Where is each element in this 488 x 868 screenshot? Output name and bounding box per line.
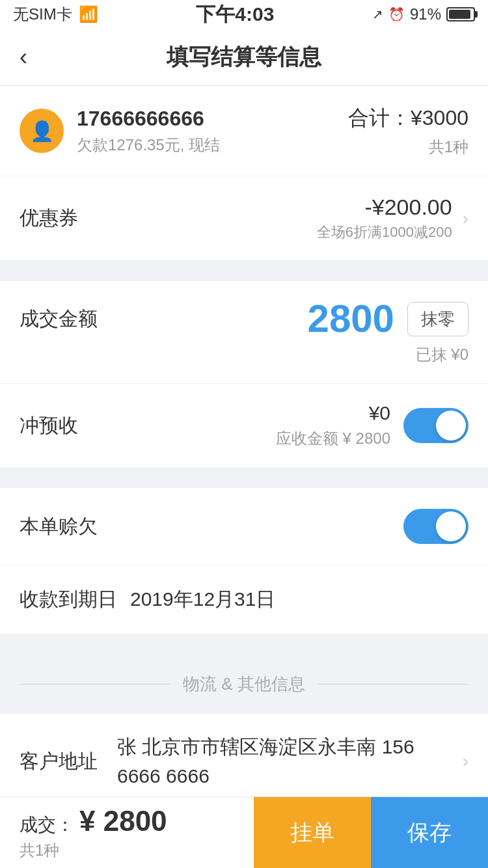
divider-2 bbox=[0, 478, 488, 488]
debit-row: 本单赊欠 bbox=[0, 488, 488, 565]
alarm-icon: ⏰ bbox=[388, 7, 405, 22]
bottom-bar: 成交： ¥ 2800 共1种 挂单 保存 bbox=[0, 796, 488, 868]
address-label: 客户地址 bbox=[20, 748, 98, 775]
coupon-row[interactable]: 优惠券 -¥200.00 全场6折满1000减200 › bbox=[0, 176, 488, 260]
status-time: 下午4:03 bbox=[196, 1, 274, 28]
status-left: 无SIM卡 📶 bbox=[13, 4, 98, 25]
prepay-row: 冲预收 ¥0 应收金额 ¥ 2800 bbox=[0, 383, 488, 467]
bottom-total-amount: ¥ 2800 bbox=[79, 805, 167, 837]
coupon-discount: -¥200.00 bbox=[78, 195, 452, 220]
customer-sub-text: 欠款1276.35元, 现结 bbox=[77, 135, 348, 156]
debit-toggle-knob bbox=[436, 511, 466, 541]
bottom-total-label: 成交： bbox=[20, 813, 74, 837]
nav-bar: ‹ 填写结算等信息 bbox=[0, 29, 488, 86]
address-chevron: › bbox=[463, 751, 468, 772]
hang-button[interactable]: 挂单 bbox=[254, 797, 371, 869]
coupon-chevron: › bbox=[463, 208, 468, 229]
total-label: 合计： bbox=[348, 106, 411, 129]
round-button[interactable]: 抹零 bbox=[407, 302, 468, 336]
prepay-toggle[interactable] bbox=[403, 408, 468, 443]
due-date-value: 2019年12月31日 bbox=[130, 586, 275, 613]
battery-percent: 91% bbox=[410, 5, 441, 23]
total-value: ¥3000 bbox=[411, 106, 468, 129]
bottom-summary: 成交： ¥ 2800 共1种 bbox=[0, 805, 254, 861]
status-bar: 无SIM卡 📶 下午4:03 ↗ ⏰ 91% bbox=[0, 0, 488, 29]
customer-row: 👤 17666666666 欠款1276.35元, 现结 合计：¥3000 共1… bbox=[0, 86, 488, 176]
due-date-label: 收款到期日 bbox=[20, 586, 117, 613]
logistics-line-left bbox=[20, 684, 170, 685]
amount-value: 2800 bbox=[308, 299, 394, 338]
debit-label: 本单赊欠 bbox=[20, 513, 98, 540]
total-amount: 合计：¥3000 bbox=[348, 104, 468, 133]
back-button[interactable]: ‹ bbox=[20, 44, 27, 71]
amount-label: 成交金额 bbox=[20, 306, 98, 332]
avatar: 👤 bbox=[20, 109, 64, 153]
bottom-count: 共1种 bbox=[20, 840, 234, 861]
due-date-row: 收款到期日 2019年12月31日 bbox=[0, 565, 488, 634]
total-count: 共1种 bbox=[348, 137, 468, 157]
coupon-desc: 全场6折满1000减200 bbox=[78, 223, 452, 242]
amount-sub-text: 已抹 ¥0 bbox=[416, 346, 468, 363]
page-title: 填写结算等信息 bbox=[167, 42, 321, 72]
battery-icon bbox=[446, 7, 475, 21]
prepay-label: 冲预收 bbox=[20, 413, 78, 439]
customer-info: 17666666666 欠款1276.35元, 现结 bbox=[77, 107, 348, 156]
location-icon: ↗ bbox=[372, 7, 383, 22]
logistics-label: 物流 & 其他信息 bbox=[183, 673, 305, 696]
carrier-text: 无SIM卡 bbox=[13, 4, 72, 25]
main-content: 👤 17666666666 欠款1276.35元, 现结 合计：¥3000 共1… bbox=[0, 86, 488, 868]
prepay-value: ¥0 bbox=[276, 402, 390, 424]
prepay-value-block: ¥0 应收金额 ¥ 2800 bbox=[276, 402, 390, 449]
amount-value-row: 2800 抹零 bbox=[308, 299, 468, 338]
address-row[interactable]: 客户地址 张 北京市市辖区海淀区永丰南 156 6666 6666 › bbox=[0, 714, 488, 809]
customer-total: 合计：¥3000 共1种 bbox=[348, 104, 468, 157]
logistics-line-right bbox=[318, 684, 468, 685]
bottom-total-row: 成交： ¥ 2800 bbox=[20, 805, 234, 837]
divider-3 bbox=[0, 644, 488, 655]
wifi-icon: 📶 bbox=[79, 5, 98, 23]
save-button[interactable]: 保存 bbox=[371, 797, 488, 869]
customer-phone: 17666666666 bbox=[77, 107, 348, 131]
debit-toggle[interactable] bbox=[403, 509, 468, 544]
amount-row: 成交金额 2800 抹零 bbox=[20, 299, 468, 338]
logistics-divider: 物流 & 其他信息 bbox=[0, 655, 488, 714]
avatar-icon: 👤 bbox=[30, 120, 54, 142]
amount-section: 成交金额 2800 抹零 已抹 ¥0 bbox=[0, 281, 488, 383]
divider-1 bbox=[0, 271, 488, 281]
toggle-knob bbox=[436, 411, 466, 441]
customer-card: 👤 17666666666 欠款1276.35元, 现结 合计：¥3000 共1… bbox=[0, 86, 488, 260]
status-right: ↗ ⏰ 91% bbox=[372, 5, 475, 23]
prepay-sub-text: 应收金额 ¥ 2800 bbox=[276, 428, 390, 449]
address-value: 张 北京市市辖区海淀区永丰南 156 6666 6666 bbox=[117, 732, 452, 791]
debit-card: 本单赊欠 收款到期日 2019年12月31日 bbox=[0, 488, 488, 634]
prepay-right: ¥0 应收金额 ¥ 2800 bbox=[276, 402, 468, 449]
coupon-label: 优惠券 bbox=[20, 205, 78, 232]
